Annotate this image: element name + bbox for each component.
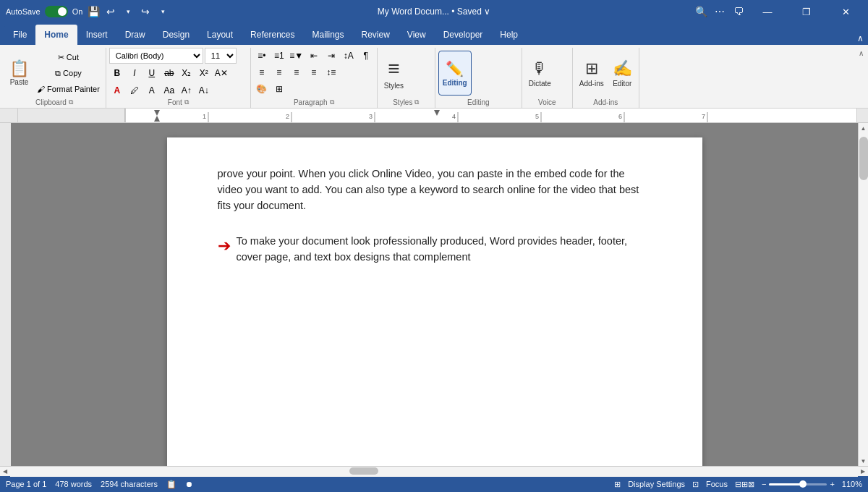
restore-button[interactable]: ❐ xyxy=(790,0,823,23)
view-icons[interactable]: ⊟⊞⊠ xyxy=(735,480,754,489)
subscript-button[interactable]: X₂ xyxy=(179,65,195,81)
document-area[interactable]: prove your point. When you click Online … xyxy=(11,123,858,466)
scroll-down-button[interactable]: ▼ xyxy=(859,456,869,466)
paragraph-controls: ≡• ≡1 ≡▼ ⇤ ⇥ ↕A ¶ ≡ ≡ ≡ ≡ ↕≡ 🎨 ⊞ xyxy=(254,48,374,98)
copy-button[interactable]: ⧉ Copy xyxy=(34,66,103,80)
clear-format-button[interactable]: A✕ xyxy=(213,65,229,81)
tab-help[interactable]: Help xyxy=(491,25,527,45)
zoom-thumb[interactable] xyxy=(799,480,807,488)
track-changes-icon[interactable]: 📋 xyxy=(166,480,176,489)
italic-button[interactable]: I xyxy=(127,65,142,81)
numbered-list-button[interactable]: ≡1 xyxy=(271,48,287,64)
strikethrough-button[interactable]: ab xyxy=(161,65,177,81)
text-case-button[interactable]: Aa xyxy=(161,82,177,98)
styles-button[interactable]: ≡ Styles xyxy=(380,51,407,96)
hscroll-left-button[interactable]: ◀ xyxy=(0,467,10,477)
title-caret[interactable]: ∨ xyxy=(484,7,490,17)
shrink-font-button[interactable]: A↓ xyxy=(196,82,212,98)
tab-home[interactable]: Home xyxy=(35,25,77,45)
cut-button[interactable]: ✂ Cut xyxy=(34,50,103,64)
focus-label[interactable]: Focus xyxy=(706,480,728,488)
shading-button[interactable]: 🎨 xyxy=(254,81,270,97)
underline-button[interactable]: U xyxy=(144,65,160,81)
text-color-button[interactable]: A xyxy=(144,82,160,98)
paragraph-expand-icon[interactable]: ⧉ xyxy=(330,98,334,106)
paste-button[interactable]: 📋 Paste xyxy=(6,51,33,96)
scroll-up-button[interactable]: ▲ xyxy=(859,123,869,133)
zoom-plus-button[interactable]: + xyxy=(830,480,834,488)
zoom-level[interactable]: 110% xyxy=(842,480,862,488)
undo-dropdown-icon[interactable]: ▾ xyxy=(122,5,135,18)
addins-content: ⊞ Add-ins ✍ Editor xyxy=(576,48,636,98)
align-right-button[interactable]: ≡ xyxy=(289,64,305,80)
hscroll-thumb[interactable] xyxy=(349,467,378,475)
zoom-track[interactable] xyxy=(769,483,827,485)
borders-button[interactable]: ⊞ xyxy=(271,81,287,97)
tab-insert[interactable]: Insert xyxy=(77,25,116,45)
font-size-select[interactable]: 11 xyxy=(205,48,237,64)
ribbon-collapse-btn[interactable]: ∧ xyxy=(853,32,868,45)
tab-review[interactable]: Review xyxy=(353,25,399,45)
styles-expand-icon[interactable]: ⧉ xyxy=(414,98,419,106)
sort-button[interactable]: ↕A xyxy=(341,48,357,64)
line-spacing-button[interactable]: ↕≡ xyxy=(323,64,339,80)
decrease-indent-button[interactable]: ⇤ xyxy=(306,48,322,64)
minimize-button[interactable]: — xyxy=(751,0,784,23)
align-center-button[interactable]: ≡ xyxy=(271,64,287,80)
save-icon[interactable]: 💾 xyxy=(87,5,100,18)
editing-mode-button[interactable]: ✏️ Editing xyxy=(438,51,472,96)
horizontal-scrollbar[interactable]: ◀ ▶ xyxy=(0,466,868,476)
align-left-button[interactable]: ≡ xyxy=(254,64,270,80)
document-page[interactable]: prove your point. When you click Online … xyxy=(167,137,702,466)
display-settings-icon[interactable]: ⊞ xyxy=(614,480,621,489)
redo-icon[interactable]: ↪ xyxy=(139,5,152,18)
undo-icon[interactable]: ↩ xyxy=(104,5,117,18)
customize-qat-icon[interactable]: ▾ xyxy=(156,5,169,18)
tab-mailings[interactable]: Mailings xyxy=(303,25,352,45)
multilevel-list-button[interactable]: ≡▼ xyxy=(289,48,305,64)
font-name-select[interactable]: Calibri (Body) xyxy=(109,48,203,64)
tab-references[interactable]: References xyxy=(242,25,303,45)
format-painter-button[interactable]: 🖌 Format Painter xyxy=(34,82,103,96)
ribbon-group-addins: ⊞ Add-ins ✍ Editor Add-ins xyxy=(573,48,639,108)
hscroll-right-button[interactable]: ▶ xyxy=(858,467,868,477)
tab-view[interactable]: View xyxy=(399,25,435,45)
ribbon-collapse-button[interactable]: ∧ xyxy=(857,48,865,108)
ruler-content[interactable]: 1 2 3 4 5 6 7 xyxy=(18,109,857,122)
scroll-thumb[interactable] xyxy=(859,137,868,180)
zoom-slider[interactable]: − + xyxy=(762,480,835,488)
word-count[interactable]: 478 words xyxy=(55,480,92,488)
autosave-toggle[interactable] xyxy=(45,6,68,17)
addins-button[interactable]: ⊞ Add-ins xyxy=(576,51,608,96)
tab-design[interactable]: Design xyxy=(154,25,198,45)
comment-icon[interactable]: 🗨 xyxy=(732,5,745,18)
tab-layout[interactable]: Layout xyxy=(198,25,242,45)
search-icon[interactable]: 🔍 xyxy=(694,5,707,18)
superscript-button[interactable]: X² xyxy=(196,65,212,81)
zoom-minus-button[interactable]: − xyxy=(762,480,766,488)
grow-font-button[interactable]: A↑ xyxy=(179,82,195,98)
close-button[interactable]: ✕ xyxy=(829,0,862,23)
dictate-button[interactable]: 🎙 Dictate xyxy=(525,51,555,96)
font-expand-icon[interactable]: ⧉ xyxy=(184,98,189,106)
display-settings-label[interactable]: Display Settings xyxy=(628,480,685,488)
scroll-track[interactable] xyxy=(859,133,869,456)
macro-icon[interactable]: ⏺ xyxy=(185,480,193,488)
increase-indent-button[interactable]: ⇥ xyxy=(323,48,339,64)
tab-developer[interactable]: Developer xyxy=(435,25,492,45)
focus-icon[interactable]: ⊡ xyxy=(692,480,699,489)
tab-draw[interactable]: Draw xyxy=(116,25,154,45)
vertical-scrollbar[interactable]: ▲ ▼ xyxy=(858,123,868,466)
bold-button[interactable]: B xyxy=(109,65,125,81)
ribbon-icon[interactable]: ⋯ xyxy=(713,5,726,18)
justify-button[interactable]: ≡ xyxy=(306,64,322,80)
hscroll-track[interactable] xyxy=(10,467,858,477)
editor-button[interactable]: ✍ Editor xyxy=(609,51,636,96)
char-count[interactable]: 2594 characters xyxy=(101,480,158,488)
font-color-button[interactable]: A xyxy=(109,82,125,98)
clipboard-expand-icon[interactable]: ⧉ xyxy=(69,98,73,106)
bullet-list-button[interactable]: ≡• xyxy=(254,48,270,64)
tab-file[interactable]: File xyxy=(4,25,35,45)
highlight-button[interactable]: 🖊 xyxy=(127,82,142,98)
show-paragraph-button[interactable]: ¶ xyxy=(358,48,374,64)
